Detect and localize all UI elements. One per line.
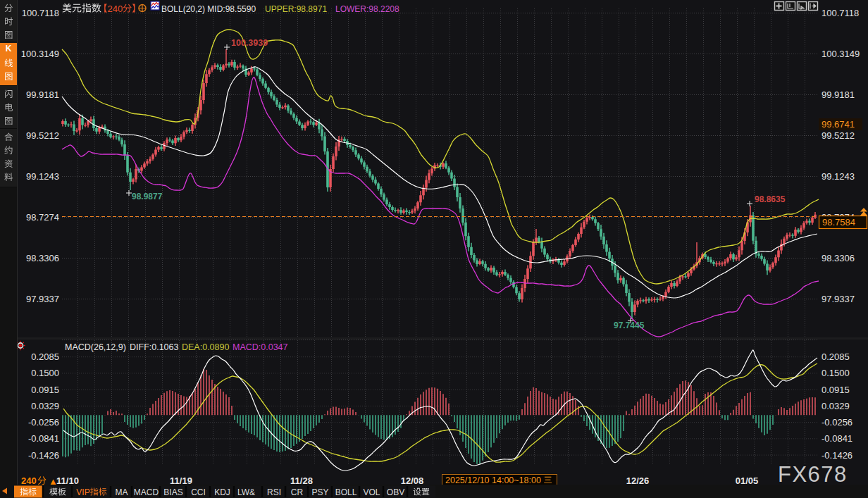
svg-text:2025/12/10 14:00~18:00: 2025/12/10 14:00~18:00 bbox=[445, 475, 541, 485]
svg-text:99.5212: 99.5212 bbox=[822, 130, 855, 141]
svg-text:OBV: OBV bbox=[387, 487, 404, 497]
svg-text:100.3939: 100.3939 bbox=[231, 38, 268, 48]
svg-text:CR: CR bbox=[291, 487, 304, 497]
svg-text:99.5212: 99.5212 bbox=[26, 130, 59, 141]
svg-text:97.7445: 97.7445 bbox=[614, 320, 645, 330]
svg-text:BIAS: BIAS bbox=[163, 487, 182, 497]
svg-text:PSY: PSY bbox=[312, 487, 329, 497]
svg-text:LOWER:98.2208: LOWER:98.2208 bbox=[335, 4, 399, 14]
svg-text:MACD: MACD bbox=[134, 487, 159, 497]
svg-text:-0.0841: -0.0841 bbox=[822, 433, 852, 444]
svg-text:CCI: CCI bbox=[191, 487, 206, 497]
svg-text:98.3306: 98.3306 bbox=[822, 253, 855, 263]
svg-text:LW&: LW& bbox=[237, 487, 255, 497]
svg-text:0.1500: 0.1500 bbox=[31, 368, 59, 378]
svg-text:FX678: FX678 bbox=[778, 462, 848, 487]
svg-text:98.9877: 98.9877 bbox=[132, 192, 163, 201]
svg-text:99.6741: 99.6741 bbox=[822, 119, 855, 130]
svg-text:DEA:0.0890: DEA:0.0890 bbox=[182, 342, 229, 352]
svg-text:11/19: 11/19 bbox=[170, 475, 192, 486]
svg-text:BOLL: BOLL bbox=[335, 487, 357, 497]
svg-text:K: K bbox=[6, 44, 12, 54]
svg-text:98.3306: 98.3306 bbox=[26, 253, 59, 263]
svg-text:240: 240 bbox=[108, 4, 123, 14]
svg-text:97.9337: 97.9337 bbox=[26, 294, 59, 304]
svg-text:97.9337: 97.9337 bbox=[822, 294, 855, 304]
svg-text:0.2085: 0.2085 bbox=[822, 351, 850, 362]
svg-text:12/08: 12/08 bbox=[401, 475, 424, 486]
svg-text:0.2085: 0.2085 bbox=[31, 351, 59, 362]
svg-text:100.3149: 100.3149 bbox=[822, 49, 860, 59]
svg-text:MACD(26,12,9): MACD(26,12,9) bbox=[65, 342, 126, 352]
svg-text:RSI: RSI bbox=[267, 487, 281, 497]
svg-text:-0.1426: -0.1426 bbox=[822, 450, 852, 461]
svg-text:100.3149: 100.3149 bbox=[21, 49, 59, 59]
svg-text:-0.0841: -0.0841 bbox=[28, 433, 59, 444]
svg-text:100.7118: 100.7118 bbox=[22, 8, 59, 18]
svg-text:100.7118: 100.7118 bbox=[822, 8, 859, 18]
svg-text:0.1500: 0.1500 bbox=[822, 368, 850, 378]
svg-text:98.7274: 98.7274 bbox=[26, 212, 59, 223]
svg-text:01/05: 01/05 bbox=[736, 475, 759, 486]
svg-text:11/28: 11/28 bbox=[290, 475, 313, 486]
svg-text:UPPER:98.8971: UPPER:98.8971 bbox=[265, 4, 327, 14]
svg-text:0.0915: 0.0915 bbox=[31, 385, 59, 395]
svg-text:0.0329: 0.0329 bbox=[31, 401, 59, 411]
svg-text:99.1243: 99.1243 bbox=[26, 171, 59, 182]
svg-text:MACD:0.0347: MACD:0.0347 bbox=[232, 342, 288, 352]
svg-text:0.0329: 0.0329 bbox=[822, 401, 850, 411]
svg-text:KDJ: KDJ bbox=[214, 487, 230, 497]
svg-text:MA: MA bbox=[116, 487, 128, 497]
svg-text:0.0915: 0.0915 bbox=[822, 385, 850, 395]
svg-text:99.1243: 99.1243 bbox=[822, 171, 855, 182]
svg-text:99.9181: 99.9181 bbox=[822, 89, 855, 100]
svg-text:BOLL(20,2) MID:98.5590: BOLL(20,2) MID:98.5590 bbox=[161, 4, 256, 14]
svg-text:99.9181: 99.9181 bbox=[26, 89, 59, 100]
svg-text:VOL: VOL bbox=[364, 487, 380, 497]
svg-text:98.7584: 98.7584 bbox=[822, 217, 855, 228]
svg-text:VIP: VIP bbox=[76, 487, 89, 497]
svg-text:-0.1426: -0.1426 bbox=[28, 450, 59, 461]
svg-text:-0.0256: -0.0256 bbox=[28, 417, 59, 428]
svg-text:12/26: 12/26 bbox=[626, 475, 650, 486]
svg-text:98.8635: 98.8635 bbox=[755, 194, 786, 204]
svg-text:-0.0256: -0.0256 bbox=[822, 417, 852, 428]
svg-text:DIFF:0.1063: DIFF:0.1063 bbox=[130, 342, 179, 352]
svg-text:240: 240 bbox=[21, 475, 37, 486]
svg-text:11/10: 11/10 bbox=[56, 475, 79, 486]
